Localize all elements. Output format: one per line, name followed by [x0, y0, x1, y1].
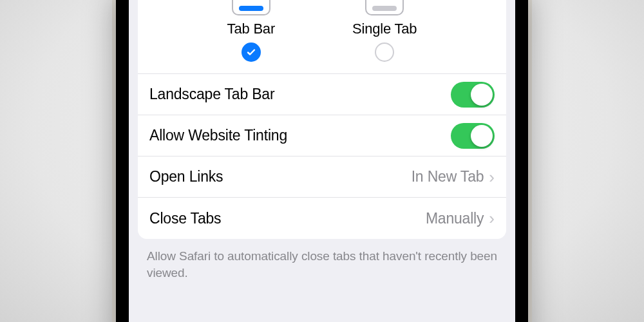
label-allow-website-tinting: Allow Website Tinting — [149, 127, 287, 144]
layout-option-tab-bar[interactable]: Tab Bar — [227, 0, 275, 62]
checkmark-icon — [246, 47, 256, 57]
row-allow-website-tinting: Allow Website Tinting — [138, 115, 506, 156]
tab-layout-chooser: Tab Bar Single Tab — [138, 0, 506, 74]
radio-tab-bar[interactable] — [242, 43, 261, 62]
toggle-knob — [471, 84, 493, 106]
row-landscape-tab-bar: Landscape Tab Bar — [138, 74, 506, 115]
radio-single-tab[interactable] — [375, 43, 394, 62]
layout-label-tab-bar: Tab Bar — [227, 21, 275, 37]
single-tab-preview-icon — [365, 0, 404, 15]
settings-panel: Tab Bar Single Tab Landscape — [138, 0, 506, 239]
value-open-links: In New Tab — [412, 168, 484, 185]
row-close-tabs[interactable]: Close Tabs Manually › — [138, 198, 506, 239]
row-open-links[interactable]: Open Links In New Tab › — [138, 156, 506, 198]
label-open-links: Open Links — [149, 168, 223, 185]
toggle-knob — [471, 125, 493, 147]
layout-option-single-tab[interactable]: Single Tab — [352, 0, 417, 62]
label-close-tabs: Close Tabs — [149, 210, 221, 227]
chevron-right-icon: › — [489, 210, 495, 227]
screen: Tab Bar Single Tab Landscape — [129, 0, 515, 322]
toggle-allow-website-tinting[interactable] — [451, 123, 495, 149]
value-close-tabs: Manually — [426, 210, 484, 227]
layout-label-single-tab: Single Tab — [352, 21, 417, 37]
tab-bar-preview-icon — [232, 0, 270, 15]
phone-frame: Tab Bar Single Tab Landscape — [116, 0, 528, 322]
chevron-right-icon: › — [489, 169, 495, 185]
toggle-landscape-tab-bar[interactable] — [451, 82, 495, 108]
label-landscape-tab-bar: Landscape Tab Bar — [149, 86, 274, 103]
footer-help-text: Allow Safari to automatically close tabs… — [129, 239, 515, 281]
